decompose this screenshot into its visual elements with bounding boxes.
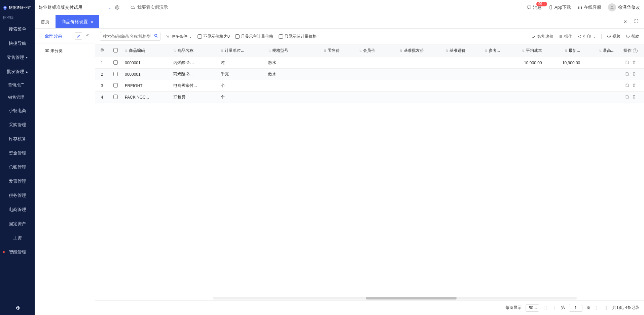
- video-button[interactable]: 视频: [607, 34, 620, 39]
- smart-price-button[interactable]: 智能改价: [532, 34, 553, 39]
- more-conditions-button[interactable]: 更多条件 ⌄: [166, 34, 192, 39]
- support-button[interactable]: 在线客服: [578, 4, 601, 10]
- cell-wholesale: [378, 92, 426, 103]
- sidebar-item[interactable]: 搜索菜单: [0, 22, 35, 36]
- sidebar-item[interactable]: 零售管理: [0, 50, 35, 65]
- sidebar-subitem[interactable]: 营销推广: [0, 79, 35, 91]
- cell-latest: [545, 69, 583, 80]
- row-checkbox[interactable]: [109, 92, 122, 103]
- col-max[interactable]: 最高...: [583, 44, 617, 57]
- search-input[interactable]: [100, 32, 160, 41]
- per-page-select[interactable]: 50 ⌄: [526, 304, 539, 312]
- expand-icon: [634, 19, 639, 24]
- col-ref[interactable]: 参考...: [468, 44, 503, 57]
- category-all-link[interactable]: 全部分类: [45, 33, 62, 39]
- tab-close-button[interactable]: ×: [91, 19, 93, 25]
- chevron-down-icon[interactable]: ⌄: [108, 5, 111, 10]
- row-delete-button[interactable]: [632, 72, 636, 77]
- edit-category-button[interactable]: [75, 32, 82, 40]
- row-edit-button[interactable]: [625, 83, 629, 89]
- messages-badge: 99 +: [536, 2, 547, 6]
- col-name[interactable]: 商品名称: [171, 44, 218, 57]
- row-delete-button[interactable]: [632, 95, 636, 100]
- col-operate: 操作?: [617, 44, 644, 57]
- row-edit-button[interactable]: [625, 72, 629, 77]
- row-checkbox[interactable]: [109, 80, 122, 92]
- user-menu[interactable]: 徐泽华修改: [608, 3, 640, 11]
- row-delete-button[interactable]: [632, 60, 636, 66]
- sidebar-item[interactable]: 税务管理: [0, 188, 35, 203]
- phone-icon: [548, 5, 553, 10]
- col-purchase[interactable]: 基准进价: [427, 44, 469, 57]
- sidebar-item[interactable]: 快捷导航: [0, 36, 35, 50]
- close-all-tabs-button[interactable]: ✕: [622, 18, 629, 26]
- col-wholesale[interactable]: 基准批发价: [378, 44, 426, 57]
- column-settings[interactable]: [95, 44, 109, 57]
- collapse-panel-button[interactable]: [84, 32, 91, 40]
- help-button[interactable]: ? 帮助: [626, 34, 639, 39]
- fullscreen-button[interactable]: [633, 18, 640, 26]
- list-icon: [559, 34, 563, 38]
- page-suffix: 页: [586, 305, 591, 311]
- sidebar-settings[interactable]: [0, 303, 35, 315]
- help-label: 帮助: [631, 34, 639, 39]
- prev-page-button[interactable]: ⟨: [552, 305, 557, 311]
- print-button[interactable]: 打印 ⌄: [578, 34, 596, 39]
- sidebar-item[interactable]: 电商管理: [0, 203, 35, 217]
- horizontal-scrollbar[interactable]: [95, 297, 644, 300]
- messages-button[interactable]: 消息 99 +: [527, 4, 542, 10]
- next-page-button[interactable]: ⟩: [595, 305, 599, 311]
- sidebar-item[interactable]: 固定资产: [0, 217, 35, 231]
- first-page-button[interactable]: |⟨: [543, 305, 548, 311]
- row-num: 4: [95, 92, 109, 103]
- col-spec[interactable]: 规格型号: [265, 44, 308, 57]
- col-latest[interactable]: 最新...: [545, 44, 583, 57]
- sidebar-item[interactable]: 工资: [0, 231, 35, 245]
- cell-spec: [265, 80, 308, 92]
- message-icon: [527, 5, 532, 10]
- row-checkbox[interactable]: [109, 69, 122, 80]
- col-member[interactable]: 会员价: [343, 44, 378, 57]
- tab[interactable]: 首页: [35, 15, 56, 28]
- row-edit-button[interactable]: [625, 60, 629, 66]
- sidebar-item[interactable]: 智能管理: [0, 245, 35, 259]
- sidebar-item[interactable]: 总账管理: [0, 160, 35, 174]
- col-code[interactable]: 商品编码: [122, 44, 171, 57]
- operate-label: 操作: [564, 34, 572, 39]
- col-avg[interactable]: 平均成本: [503, 44, 545, 57]
- sidebar: 畅捷通好业财 标准版 搜索菜单快捷导航零售管理批发管理营销推广销售管理小畅电商采…: [0, 0, 35, 315]
- edit-icon: [532, 34, 536, 38]
- col-unit[interactable]: 计量单位...: [218, 44, 265, 57]
- cell-purchase: [427, 92, 469, 103]
- last-page-button[interactable]: ⟩|: [603, 305, 608, 311]
- row-edit-button[interactable]: [625, 95, 629, 100]
- app-download-button[interactable]: App下载: [548, 4, 571, 10]
- sidebar-item[interactable]: 资金管理: [0, 146, 35, 160]
- page-input[interactable]: [569, 304, 582, 312]
- question-icon[interactable]: ?: [633, 48, 638, 53]
- category-item[interactable]: 00 未分类: [35, 46, 95, 56]
- cell-code: FREIGHT: [122, 80, 171, 92]
- demo-link[interactable]: 我要看实例演示: [131, 4, 168, 10]
- search-button[interactable]: [154, 34, 158, 39]
- cell-latest: 10,900.00: [545, 57, 583, 69]
- operate-button[interactable]: 操作: [559, 34, 572, 39]
- tab[interactable]: 商品价格设置×: [56, 15, 99, 28]
- sidebar-item[interactable]: 批发管理: [0, 65, 35, 79]
- sidebar-item[interactable]: 小畅电商: [0, 104, 35, 118]
- gear-icon[interactable]: [115, 5, 119, 10]
- sidebar-item[interactable]: 采购管理: [0, 118, 35, 132]
- col-retail[interactable]: 零售价: [308, 44, 343, 57]
- aux-unit-checkbox[interactable]: 只显示辅计量价格: [279, 34, 317, 39]
- select-all-checkbox[interactable]: [109, 44, 122, 57]
- sidebar-item[interactable]: 库存核算: [0, 132, 35, 146]
- row-checkbox[interactable]: [109, 57, 122, 69]
- row-delete-button[interactable]: [632, 83, 636, 89]
- hide-zero-checkbox[interactable]: 不显示价格为0: [198, 34, 230, 39]
- sidebar-item[interactable]: 发票管理: [0, 174, 35, 188]
- table-scroll[interactable]: 商品编码 商品名称 计量单位... 规格型号 零售价 会员价 基准批发价 基准进…: [95, 44, 644, 297]
- sidebar-subitem[interactable]: 销售管理: [0, 91, 35, 104]
- main-unit-checkbox[interactable]: 只显示主计量价格: [235, 34, 273, 39]
- cell-purchase: [427, 57, 469, 69]
- page-prefix: 第: [561, 305, 565, 311]
